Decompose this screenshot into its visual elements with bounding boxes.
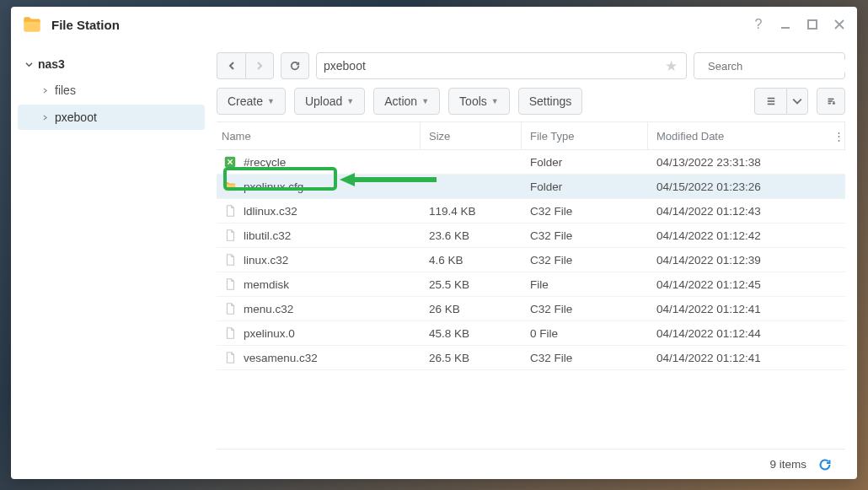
- file-icon: [223, 326, 237, 340]
- status-refresh-icon[interactable]: [818, 458, 832, 471]
- table-row[interactable]: ldlinux.c32119.4 KBC32 File04/14/2022 01…: [217, 199, 845, 223]
- action-toolbar: Create▼ Upload▼ Action▼ Tools▼ Settings: [217, 88, 845, 115]
- file-modified: 04/14/2022 01:12:43: [648, 205, 845, 218]
- search-box: [694, 52, 845, 79]
- app-folder-icon: [21, 13, 43, 35]
- upload-button[interactable]: Upload▼: [294, 88, 365, 115]
- file-type: C32 File: [522, 303, 648, 315]
- file-modified: 04/14/2022 01:12:45: [648, 278, 845, 291]
- list-view-button[interactable]: [754, 88, 786, 115]
- file-size: 23.6 KB: [421, 229, 522, 242]
- col-type[interactable]: File Type: [522, 122, 648, 149]
- file-modified: 04/13/2022 23:31:38: [648, 156, 845, 169]
- search-input[interactable]: [708, 60, 849, 73]
- file-icon: [223, 277, 237, 291]
- file-name: vesamenu.c32: [244, 352, 318, 364]
- table-row[interactable]: menu.c3226 KBC32 File04/14/2022 01:12:41: [217, 297, 845, 321]
- file-type: Folder: [522, 180, 648, 193]
- upload-label: Upload: [305, 94, 342, 108]
- maximize-icon[interactable]: [805, 17, 820, 32]
- app-title: File Station: [51, 18, 751, 32]
- nav-forward-button[interactable]: [245, 52, 274, 79]
- file-name: menu.c32: [244, 303, 293, 315]
- table-row[interactable]: pxelinux.045.8 KB0 File04/14/2022 01:12:…: [217, 321, 845, 346]
- nav-back-button[interactable]: [217, 52, 245, 79]
- status-bar: 9 items: [217, 449, 845, 479]
- path-input[interactable]: [324, 59, 663, 73]
- recycle-icon: [223, 155, 237, 169]
- create-label: Create: [228, 94, 263, 108]
- close-icon[interactable]: [832, 17, 847, 32]
- action-label: Action: [384, 94, 417, 108]
- col-size[interactable]: Size: [421, 122, 522, 149]
- favorite-star-icon[interactable]: ★: [663, 57, 679, 75]
- file-name: memdisk: [244, 278, 289, 291]
- sidebar-item-label: files: [55, 83, 76, 97]
- table-row[interactable]: memdisk25.5 KBFile04/14/2022 01:12:45: [217, 272, 845, 297]
- path-input-wrap: ★: [316, 52, 687, 79]
- file-size: 119.4 KB: [421, 205, 522, 218]
- file-modified: 04/15/2022 01:23:26: [648, 180, 845, 193]
- table-row[interactable]: libutil.c3223.6 KBC32 File04/14/2022 01:…: [217, 223, 845, 248]
- action-button[interactable]: Action▼: [373, 88, 440, 115]
- file-icon: [223, 302, 237, 315]
- table-body: #recycleFolder04/13/2022 23:31:38pxelinu…: [217, 150, 845, 449]
- settings-button[interactable]: Settings: [518, 88, 583, 115]
- file-name: #recycle: [244, 156, 286, 169]
- file-name: ldlinux.c32: [244, 205, 297, 218]
- refresh-button[interactable]: [281, 52, 309, 79]
- table-header: Name Size File Type Modified Date ⋮: [217, 121, 845, 150]
- table-row[interactable]: pxelinux.cfgFolder04/15/2022 01:23:26: [217, 175, 845, 199]
- file-type: C32 File: [522, 352, 648, 364]
- sidebar-item-label: pxeboot: [55, 110, 97, 124]
- file-modified: 04/14/2022 01:12:41: [648, 352, 845, 364]
- file-name: linux.c32: [244, 254, 288, 267]
- file-modified: 04/14/2022 01:12:44: [648, 327, 845, 340]
- file-size: 26.5 KB: [421, 352, 522, 364]
- tree-root-label: nas3: [38, 57, 65, 71]
- tools-button[interactable]: Tools▼: [448, 88, 510, 115]
- table-row[interactable]: #recycleFolder04/13/2022 23:31:38: [217, 150, 845, 175]
- file-modified: 04/14/2022 01:12:41: [648, 303, 845, 315]
- table-row[interactable]: vesamenu.c3226.5 KBC32 File04/14/2022 01…: [217, 346, 845, 370]
- item-count: 9 items: [769, 458, 806, 471]
- file-icon: [223, 351, 237, 364]
- chevron-down-icon: ▼: [346, 97, 354, 105]
- help-icon[interactable]: ?: [751, 17, 766, 32]
- minimize-icon[interactable]: [778, 17, 793, 32]
- titlebar: File Station ?: [11, 7, 857, 42]
- file-type: Folder: [522, 156, 648, 169]
- window-controls: ?: [751, 17, 847, 32]
- svg-rect-1: [808, 20, 817, 29]
- chevron-right-icon: [41, 114, 48, 121]
- create-button[interactable]: Create▼: [217, 88, 286, 115]
- file-table: Name Size File Type Modified Date ⋮ #rec…: [217, 121, 845, 449]
- file-type: File: [522, 278, 648, 291]
- file-type: C32 File: [522, 229, 648, 242]
- file-size: 26 KB: [421, 303, 522, 315]
- sidebar-item-files[interactable]: files: [18, 78, 205, 103]
- sort-button[interactable]: [817, 88, 845, 115]
- file-modified: 04/14/2022 01:12:39: [648, 254, 845, 267]
- file-size: 4.6 KB: [421, 254, 522, 267]
- chevron-down-icon: ▼: [267, 97, 275, 105]
- sidebar: nas3 filespxeboot: [11, 42, 212, 479]
- col-name[interactable]: Name: [217, 122, 421, 149]
- file-name: libutil.c32: [244, 229, 291, 242]
- tree-root[interactable]: nas3: [18, 52, 205, 76]
- sidebar-item-pxeboot[interactable]: pxeboot: [18, 105, 205, 130]
- view-dropdown-button[interactable]: [786, 88, 808, 115]
- file-size: 45.8 KB: [421, 327, 522, 340]
- file-modified: 04/14/2022 01:12:42: [648, 229, 845, 242]
- file-type: 0 File: [522, 327, 648, 340]
- col-modified[interactable]: Modified Date: [648, 122, 825, 149]
- settings-label: Settings: [529, 94, 572, 108]
- col-menu-icon[interactable]: ⋮: [825, 122, 845, 149]
- file-name: pxelinux.0: [244, 327, 295, 340]
- file-size: 25.5 KB: [421, 278, 522, 291]
- chevron-down-icon: [24, 60, 33, 68]
- navigation-toolbar: ★: [217, 52, 845, 79]
- chevron-down-icon: ▼: [491, 97, 499, 105]
- table-row[interactable]: linux.c324.6 KBC32 File04/14/2022 01:12:…: [217, 248, 845, 272]
- file-name: pxelinux.cfg: [244, 180, 303, 193]
